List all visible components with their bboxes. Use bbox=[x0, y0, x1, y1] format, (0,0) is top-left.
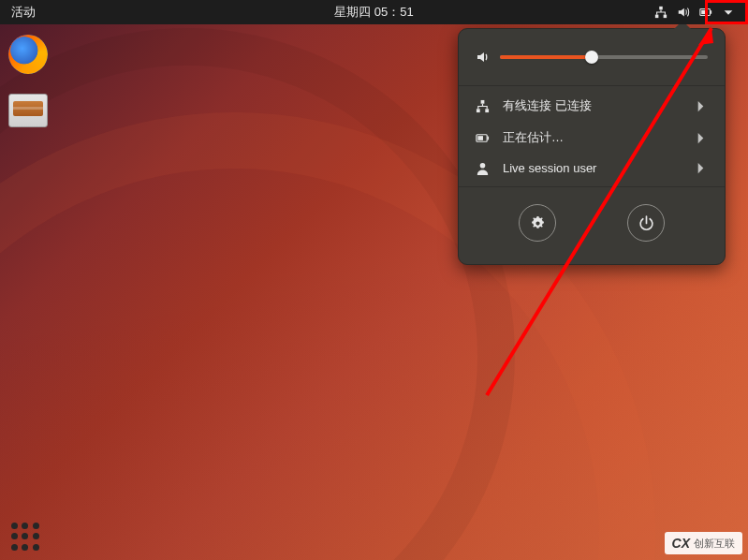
clock[interactable]: 星期四 05：51 bbox=[334, 4, 414, 21]
separator bbox=[459, 186, 725, 187]
user-icon bbox=[476, 161, 490, 175]
settings-icon bbox=[530, 215, 546, 231]
menu-item-user[interactable]: Live session user bbox=[459, 154, 725, 183]
settings-button[interactable] bbox=[519, 204, 556, 242]
chevron-down-icon bbox=[722, 6, 735, 19]
svg-rect-6 bbox=[481, 99, 485, 103]
svg-rect-1 bbox=[655, 15, 659, 19]
action-row bbox=[459, 191, 725, 258]
dock bbox=[7, 34, 49, 129]
battery-icon bbox=[699, 6, 712, 19]
svg-rect-8 bbox=[485, 109, 489, 112]
svg-rect-5 bbox=[701, 10, 707, 14]
svg-rect-2 bbox=[664, 15, 667, 19]
menu-item-label: 正在估计… bbox=[503, 129, 681, 146]
chevron-right-icon bbox=[694, 161, 708, 175]
watermark-label: 创新互联 bbox=[694, 537, 735, 551]
svg-rect-0 bbox=[659, 7, 663, 10]
network-wired-icon bbox=[654, 6, 667, 19]
firefox-launcher[interactable] bbox=[7, 34, 49, 75]
system-menu-popover: 有线连接 已连接 正在估计… Live session user bbox=[458, 28, 726, 265]
menu-item-label: Live session user bbox=[503, 161, 681, 175]
separator bbox=[459, 85, 725, 86]
svg-rect-10 bbox=[488, 136, 489, 140]
watermark-logo: CX bbox=[672, 536, 690, 551]
svg-rect-4 bbox=[711, 10, 711, 14]
volume-row bbox=[459, 29, 725, 81]
chevron-right-icon bbox=[694, 131, 708, 145]
firefox-icon bbox=[8, 35, 48, 74]
volume-slider-thumb[interactable] bbox=[585, 51, 598, 64]
archive-manager-launcher[interactable] bbox=[7, 88, 49, 129]
volume-slider[interactable] bbox=[500, 55, 708, 59]
svg-rect-7 bbox=[477, 109, 480, 112]
show-applications-button[interactable] bbox=[11, 523, 39, 551]
activities-button[interactable]: 活动 bbox=[0, 4, 47, 21]
power-button[interactable] bbox=[627, 204, 665, 242]
top-bar: 活动 星期四 05：51 bbox=[0, 0, 748, 24]
archive-icon bbox=[8, 94, 48, 127]
chevron-right-icon bbox=[694, 99, 708, 113]
battery-icon bbox=[476, 131, 490, 145]
network-wired-icon bbox=[476, 99, 490, 113]
volume-icon bbox=[677, 6, 690, 19]
power-icon bbox=[638, 215, 654, 231]
menu-item-network[interactable]: 有线连接 已连接 bbox=[459, 90, 725, 122]
watermark: CX 创新互联 bbox=[665, 532, 742, 554]
volume-slider-fill bbox=[500, 55, 592, 59]
svg-rect-11 bbox=[477, 136, 483, 140]
svg-point-12 bbox=[480, 163, 486, 169]
menu-item-label: 有线连接 已连接 bbox=[503, 97, 681, 114]
volume-icon bbox=[476, 50, 491, 65]
menu-item-battery[interactable]: 正在估计… bbox=[459, 122, 725, 154]
status-area[interactable] bbox=[651, 3, 739, 22]
